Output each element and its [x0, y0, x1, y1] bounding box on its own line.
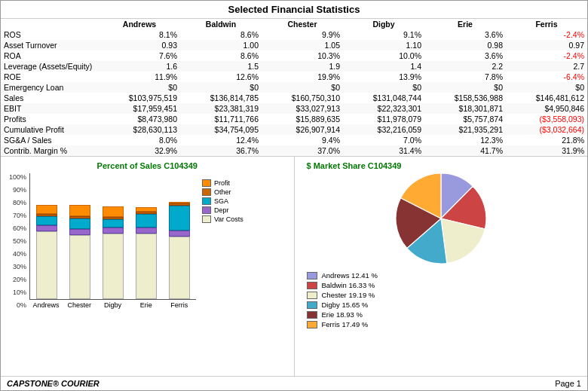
row-value: 1.4	[343, 61, 424, 72]
y-axis-label: 60%	[13, 225, 26, 232]
row-value: 1.00	[180, 40, 262, 50]
row-value: 9.9%	[262, 29, 343, 40]
pie-legend-label: Erie 18.93 %	[322, 310, 363, 319]
row-value: 31.9%	[506, 145, 587, 156]
legend-color-box	[202, 197, 211, 205]
bar-legend: ProfitOtherSGADeprVar Costs	[202, 179, 243, 223]
y-axis-label: 40%	[13, 250, 26, 258]
row-value: 8.0%	[99, 135, 180, 145]
table-row: Emergency Loan$0$0$0$0$0$0	[1, 82, 587, 93]
legend-label: Depr	[214, 206, 229, 214]
legend-color-box	[202, 206, 211, 214]
pie-legend-color-box	[307, 292, 317, 299]
row-value: $5,757,874	[424, 114, 506, 124]
row-value: 2.7	[506, 61, 587, 72]
row-value: 41.7%	[424, 145, 506, 156]
row-value: 12.4%	[180, 135, 262, 145]
footer: CAPSTONE® COURIER Page 1	[1, 376, 587, 390]
row-label: ROS	[1, 29, 99, 40]
row-value: $103,975,519	[99, 93, 180, 103]
row-value: $8,473,980	[99, 114, 180, 124]
row-value: 8.1%	[99, 29, 180, 40]
row-value: $23,381,319	[180, 103, 262, 114]
row-value: 0.97	[506, 40, 587, 50]
legend-item: Var Costs	[202, 215, 243, 223]
bar-segment	[103, 219, 124, 228]
bar-segment	[136, 228, 157, 234]
row-value: -6.4%	[506, 72, 587, 82]
bar-segment	[103, 206, 124, 217]
table-col-company: Digby	[343, 19, 424, 29]
row-value: $15,889,635	[262, 114, 343, 124]
pie-legend-color-box	[307, 301, 317, 309]
pie-legend: Andrews 12.41 %Baldwin 16.33 %Chester 19…	[299, 270, 583, 330]
table-row: ROS8.1%8.6%9.9%9.1%3.6%-2.4%	[1, 29, 587, 40]
row-label: Cumulative Profit	[1, 124, 99, 135]
table-col-company: Baldwin	[180, 19, 262, 29]
row-value: ($3,558,093)	[506, 114, 587, 124]
bar-segment	[169, 206, 190, 231]
row-value: $0	[424, 82, 506, 93]
row-value: $21,935,291	[424, 124, 506, 135]
legend-label: Other	[214, 188, 231, 196]
table-row: ROE11.9%12.6%19.9%13.9%7.8%-6.4%	[1, 72, 587, 82]
row-value: $28,630,113	[99, 124, 180, 135]
row-value: $0	[262, 82, 343, 93]
row-value: 7.0%	[343, 135, 424, 145]
table-row: Profits$8,473,980$11,711,766$15,889,635$…	[1, 114, 587, 124]
row-value: $32,216,059	[343, 124, 424, 135]
legend-label: Var Costs	[214, 215, 243, 223]
row-value: $160,750,310	[262, 93, 343, 103]
row-value: $0	[99, 82, 180, 93]
row-value: 19.9%	[262, 72, 343, 82]
bar-chart-area: 100%90%80%70%60%50%40%30%20%10%0% Andrew…	[5, 173, 196, 309]
bar-chart-container: Percent of Sales C104349 100%90%80%70%60…	[1, 157, 295, 376]
chart-and-legend: 100%90%80%70%60%50%40%30%20%10%0% Andrew…	[5, 173, 289, 309]
row-label: EBIT	[1, 103, 99, 114]
bar-chart-title: Percent of Sales C104349	[5, 161, 289, 170]
row-label: ROA	[1, 50, 99, 61]
row-value: 1.10	[343, 40, 424, 50]
legend-label: SGA	[214, 197, 228, 205]
bar-group	[66, 173, 93, 299]
row-value: 9.4%	[262, 135, 343, 145]
legend-item: Other	[202, 188, 243, 196]
legend-item: Profit	[202, 179, 243, 187]
row-value: $131,048,744	[343, 93, 424, 103]
y-axis-label: 0%	[17, 301, 26, 309]
bar-segment	[69, 218, 90, 229]
row-value: 1.05	[262, 40, 343, 50]
row-label: Emergency Loan	[1, 82, 99, 93]
bar-segment	[103, 228, 124, 234]
bar-stack	[103, 206, 124, 299]
row-label: SG&A / Sales	[1, 135, 99, 145]
row-value: 13.9%	[343, 72, 424, 82]
footer-left: CAPSTONE® COURIER	[7, 379, 100, 388]
row-value: 12.3%	[424, 135, 506, 145]
pie-legend-color-box	[307, 282, 317, 289]
bar-group	[100, 173, 127, 299]
y-axis: 100%90%80%70%60%50%40%30%20%10%0%	[5, 173, 29, 309]
row-value: $34,754,095	[180, 124, 262, 135]
legend-color-box	[202, 188, 211, 196]
bar-segment	[69, 235, 90, 299]
page: Selected Financial Statistics AndrewsBal…	[0, 0, 588, 391]
bar-segment	[136, 234, 157, 299]
legend-item: Depr	[202, 206, 243, 214]
bar-segment	[36, 205, 57, 214]
footer-right: Page 1	[555, 379, 581, 388]
row-value: 12.6%	[180, 72, 262, 82]
y-axis-label: 10%	[13, 289, 26, 296]
row-value: ($3,032,664)	[506, 124, 587, 135]
pie-legend-item: Andrews 12.41 %	[307, 271, 583, 280]
table-row: SG&A / Sales8.0%12.4%9.4%7.0%12.3%21.8%	[1, 135, 587, 145]
row-value: 37.0%	[262, 145, 343, 156]
row-value: $4,950,846	[506, 103, 587, 114]
x-axis-label: Andrews	[31, 301, 61, 309]
row-value: $26,907,914	[262, 124, 343, 135]
pie-legend-item: Baldwin 16.33 %	[307, 281, 583, 289]
row-label: Sales	[1, 93, 99, 103]
row-value: 1.6	[99, 61, 180, 72]
row-value: -2.4%	[506, 50, 587, 61]
table-col-label	[1, 19, 99, 29]
